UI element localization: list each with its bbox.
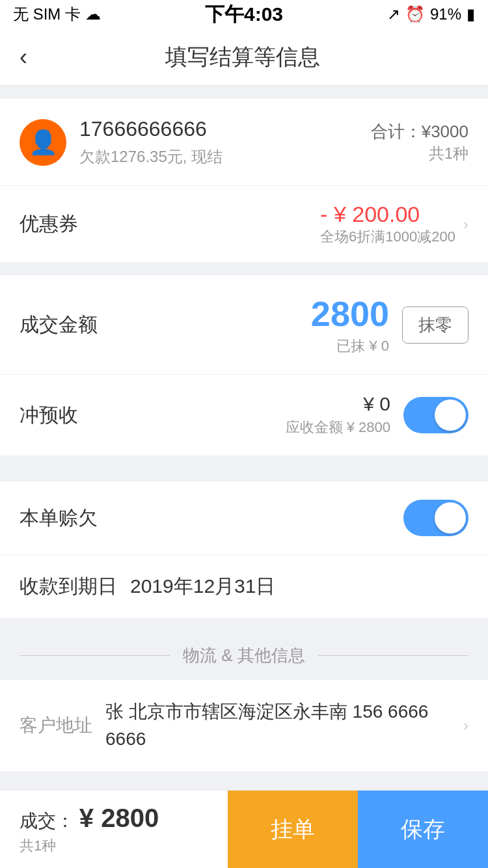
user-card: 👤 17666666666 欠款1276.35元, 现结 合计：¥3000 共1… xyxy=(0,99,488,185)
coupon-discount: - ¥ 200.00 xyxy=(320,202,455,227)
section-divider-1 xyxy=(0,262,488,275)
duedate-label: 收款到期日 xyxy=(20,573,117,600)
duedate-row: 收款到期日 2019年12月31日 xyxy=(0,554,488,618)
address-value: 张 北京市市辖区海淀区永丰南 156 6666 6666 xyxy=(105,698,450,753)
sim-status: 无 SIM 卡 ☁ xyxy=(13,4,101,25)
user-debt: 欠款1276.35元, 现结 xyxy=(79,146,223,167)
total-amount: ¥3000 xyxy=(422,122,468,141)
prepay-info: ¥ 0 应收金额 ¥ 2800 xyxy=(286,393,390,437)
battery-level: 91% xyxy=(430,5,461,23)
deal-amount-row: 成交金额 2800 已抹 ¥ 0 抹零 xyxy=(0,275,488,375)
battery-icon: ▮ xyxy=(467,5,475,23)
status-right: ↗ ⏰ 91% ▮ xyxy=(387,5,475,23)
coupon-row[interactable]: 优惠券 - ¥ 200.00 全场6折满1000减200 › xyxy=(0,185,488,262)
deal-amount-label: 成交金额 xyxy=(20,312,98,338)
coupon-label: 优惠券 xyxy=(20,211,78,237)
bottom-deal-amount: ¥ 2800 xyxy=(79,804,159,832)
total-label: 合计：¥3000 xyxy=(371,120,468,143)
coupon-right: - ¥ 200.00 全场6折满1000减200 › xyxy=(320,202,468,247)
total-count: 共1种 xyxy=(371,143,468,164)
logistics-line-right xyxy=(318,655,468,656)
section-divider-3 xyxy=(0,618,488,631)
coupon-desc: 全场6折满1000减200 xyxy=(320,227,455,247)
status-bar: 无 SIM 卡 ☁ 下午4:03 ↗ ⏰ 91% ▮ xyxy=(0,0,488,29)
location-icon: ↗ xyxy=(387,5,400,23)
debit-row: 本单赊欠 xyxy=(0,481,488,554)
chevron-right-icon: › xyxy=(463,215,468,234)
nav-bar: ‹ 填写结算等信息 xyxy=(0,29,488,86)
logistics-text: 物流 & 其他信息 xyxy=(183,644,305,667)
prepay-row: 冲预收 ¥ 0 应收金额 ¥ 2800 xyxy=(0,375,488,455)
status-left: 无 SIM 卡 ☁ xyxy=(13,4,101,25)
user-right: 合计：¥3000 共1种 xyxy=(371,120,468,164)
avatar: 👤 xyxy=(20,119,66,166)
duedate-value[interactable]: 2019年12月31日 xyxy=(130,573,275,600)
address-row[interactable]: 客户地址 张 北京市市辖区海淀区永丰南 156 6666 6666 › xyxy=(0,680,488,771)
status-time: 下午4:03 xyxy=(205,1,283,28)
prepay-label: 冲预收 xyxy=(20,402,78,429)
round-zero-button[interactable]: 抹零 xyxy=(402,306,468,344)
logistics-line-left xyxy=(20,655,170,656)
back-button[interactable]: ‹ xyxy=(20,44,27,71)
bottom-deal-label: 成交： xyxy=(20,811,74,831)
debit-toggle[interactable] xyxy=(403,500,468,536)
amount-right: 2800 已抹 ¥ 0 抹零 xyxy=(311,293,468,356)
section-divider-2 xyxy=(0,455,488,468)
form-section: 成交金额 2800 已抹 ¥ 0 抹零 冲预收 ¥ 0 应收金额 ¥ 2800 xyxy=(0,275,488,455)
deal-amount-value[interactable]: 2800 xyxy=(311,293,389,334)
bottom-deal-row: 成交： ¥ 2800 xyxy=(20,804,208,834)
hold-button[interactable]: 挂单 xyxy=(228,791,358,869)
bottom-summary: 成交： ¥ 2800 共1种 xyxy=(0,804,228,856)
clock-icon: ⏰ xyxy=(405,5,425,23)
page-title: 填写结算等信息 xyxy=(40,42,445,72)
avatar-icon: 👤 xyxy=(29,129,58,156)
debit-label: 本单赊欠 xyxy=(20,505,98,532)
save-button[interactable]: 保存 xyxy=(358,791,488,869)
bottom-count: 共1种 xyxy=(20,836,208,856)
prepay-sub: 应收金额 ¥ 2800 xyxy=(286,418,390,437)
address-label: 客户地址 xyxy=(20,713,92,738)
logistics-header: 物流 & 其他信息 xyxy=(0,631,488,680)
prepay-toggle[interactable] xyxy=(403,397,468,433)
address-chevron-icon: › xyxy=(463,716,468,735)
prepay-amount: ¥ 0 xyxy=(286,393,390,415)
user-left: 👤 17666666666 欠款1276.35元, 现结 xyxy=(20,117,223,167)
bottom-bar: 成交： ¥ 2800 共1种 挂单 保存 xyxy=(0,790,488,868)
user-info: 17666666666 欠款1276.35元, 现结 xyxy=(79,117,223,167)
prepay-right: ¥ 0 应收金额 ¥ 2800 xyxy=(286,393,468,437)
user-phone: 17666666666 xyxy=(79,117,223,141)
deal-amount-sub: 已抹 ¥ 0 xyxy=(311,336,389,356)
